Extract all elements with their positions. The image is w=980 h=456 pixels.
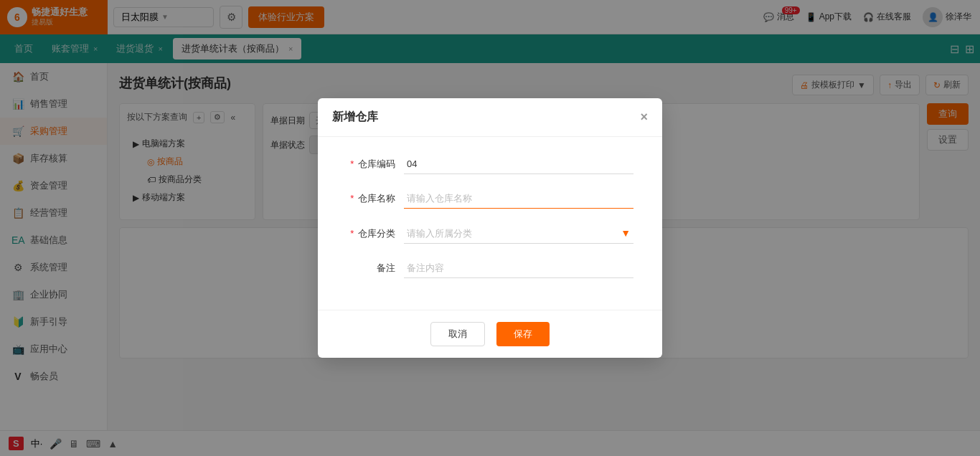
warehouse-code-input[interactable]	[404, 154, 633, 174]
new-warehouse-modal: 新增仓库 × * 仓库编码 * 仓库名称	[318, 98, 662, 358]
form-row-name: * 仓库名称	[347, 189, 633, 209]
cancel-button[interactable]: 取消	[430, 322, 485, 346]
save-button[interactable]: 保存	[496, 322, 550, 346]
required-star-name: *	[350, 193, 354, 204]
remark-input[interactable]	[404, 258, 633, 278]
modal-title: 新增仓库	[332, 110, 378, 125]
required-star-category: *	[350, 228, 354, 239]
modal-overlay: 新增仓库 × * 仓库编码 * 仓库名称	[0, 0, 980, 456]
form-row-code: * 仓库编码	[347, 154, 633, 174]
modal-header: 新增仓库 ×	[318, 98, 662, 137]
category-input[interactable]	[407, 228, 621, 239]
form-row-remark: 备注	[347, 258, 633, 278]
form-row-category: * 仓库分类 ▼	[347, 223, 633, 244]
modal-body: * 仓库编码 * 仓库名称 * 仓库分类	[318, 137, 662, 310]
remark-label: 备注	[347, 262, 404, 275]
modal-footer: 取消 保存	[318, 310, 662, 358]
category-label: * 仓库分类	[347, 227, 404, 240]
warehouse-name-input[interactable]	[404, 189, 633, 209]
code-label: * 仓库编码	[347, 158, 404, 171]
required-star-code: *	[350, 158, 354, 169]
name-label: * 仓库名称	[347, 192, 404, 205]
category-select-wrapper: ▼	[404, 223, 633, 244]
modal-close-button[interactable]: ×	[640, 110, 648, 125]
category-dropdown-icon[interactable]: ▼	[621, 227, 631, 239]
